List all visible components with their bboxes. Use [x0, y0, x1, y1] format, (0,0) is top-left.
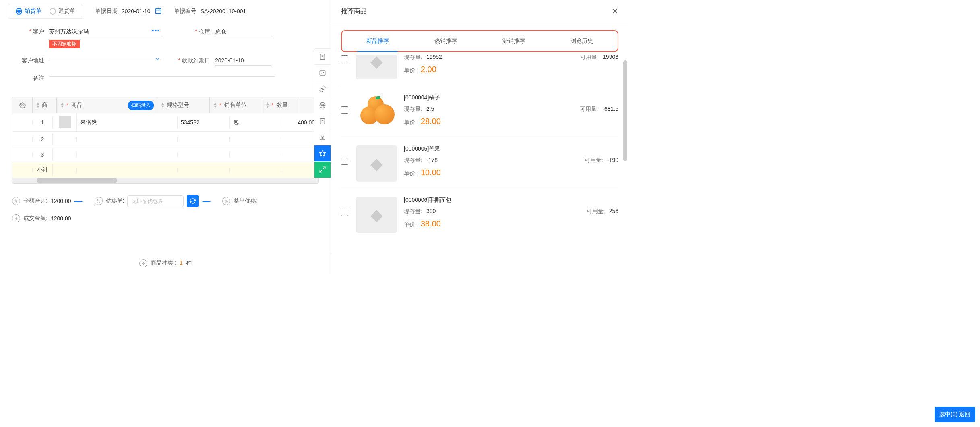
col-unit[interactable]: ▲▼ *销售单位 — [210, 97, 262, 113]
coupon-icon: % — [95, 197, 103, 205]
product-image-placeholder: ◆ — [356, 55, 397, 79]
horizontal-scrollbar[interactable] — [12, 178, 318, 183]
items-table: ▲▼ 商 ▲▼ *商品 扫码录入 ▲▼ 规格型号 ▲▼ *销售单位 ▲▼ — [12, 97, 319, 184]
sort-icon: ▲▼ — [36, 102, 40, 108]
coupon-input[interactable] — [127, 195, 184, 207]
product-checkbox[interactable] — [341, 158, 348, 165]
sort-icon: ▲▼ — [60, 102, 64, 108]
tab-return-order[interactable]: 退货单 — [50, 8, 75, 15]
svg-point-9 — [320, 102, 325, 108]
yen-icon: ¥ — [12, 197, 20, 205]
more-icon[interactable]: ••• — [152, 27, 160, 34]
table-header: ▲▼ 商 ▲▼ *商品 扫码录入 ▲▼ 规格型号 ▲▼ *销售单位 ▲▼ — [12, 97, 318, 113]
warehouse-field: *仓库 总仓 — [178, 27, 271, 48]
product-checkbox[interactable] — [341, 106, 348, 114]
product-checkbox-wrap — [341, 197, 349, 217]
date-value[interactable]: 2020-01-10 — [122, 8, 151, 15]
summary-row: ¥ 金额合计: 1200.00 — % 优惠券: — ⦸ 整单优惠: — [0, 188, 331, 214]
product-checkbox-wrap — [341, 55, 349, 64]
product-name: [0000006]手撕面包 — [404, 197, 618, 204]
tool-chart-icon[interactable] — [314, 65, 331, 81]
customer-input[interactable]: 苏州万达沃尔玛 ••• — [49, 27, 162, 37]
product-card: ◆ 250ml 现存量:19952 可用量:19903 单价:2.00 — [341, 55, 618, 87]
product-checkbox-wrap — [341, 145, 349, 166]
col-qty[interactable]: ▲▼ *数量 — [262, 97, 298, 113]
panel-title: 推荐商品 — [341, 7, 367, 16]
refresh-button[interactable] — [187, 195, 199, 207]
col-image[interactable]: ▲▼ 商 — [33, 97, 57, 113]
table-row[interactable]: 2 — [12, 132, 318, 147]
date-label: 单据日期 — [95, 8, 118, 15]
remark-input[interactable] — [49, 73, 275, 77]
product-card: ◆ [0000006]手撕面包 现存量:300 可用量:256 单价:38.00 — [341, 189, 618, 240]
radio-unchecked-icon — [50, 8, 56, 15]
tab-return-label: 退货单 — [58, 8, 75, 15]
product-image-placeholder: ◆ — [356, 145, 397, 182]
deal-icon: ✦ — [12, 214, 20, 222]
product-image-placeholder: ◆ — [356, 197, 397, 233]
right-panel-header: 推荐商品 ✕ — [331, 0, 628, 23]
minus-icon: — — [202, 197, 210, 206]
remark-field: 备注 — [12, 73, 275, 82]
tool-expand-icon[interactable] — [314, 162, 331, 178]
product-type-icon: ❖ — [139, 259, 147, 267]
tool-currency-icon[interactable] — [314, 129, 331, 145]
tab-browse-history[interactable]: 浏览历史 — [548, 33, 616, 50]
doc-date-field: 单据日期 2020-01-10 — [95, 7, 162, 16]
table-row[interactable]: 3 — [12, 147, 318, 162]
total-amount: ¥ 金额合计: 1200.00 — — [12, 197, 83, 206]
scan-button[interactable]: 扫码录入 — [128, 101, 154, 110]
product-name: [0000004]橘子 — [404, 94, 618, 102]
tool-doc-icon[interactable] — [314, 49, 331, 65]
tab-sales-order[interactable]: 销货单 — [16, 8, 41, 15]
customer-field: *客户 苏州万达沃尔玛 ••• 不固定账期 — [12, 27, 162, 48]
close-button[interactable]: ✕ — [612, 6, 618, 16]
product-checkbox[interactable] — [341, 55, 348, 62]
table-row[interactable]: 1 果倍爽 534532 包 400.00 — [12, 113, 318, 132]
bottom-bar: ❖ 商品种类 : 1 种 — [0, 253, 331, 274]
tool-receipt-icon[interactable] — [314, 113, 331, 129]
col-product[interactable]: ▲▼ *商品 扫码录入 — [57, 97, 157, 113]
tab-slow-products[interactable]: 滞销推荐 — [480, 33, 548, 50]
svg-line-16 — [323, 167, 325, 169]
radio-checked-icon — [16, 8, 22, 15]
col-settings[interactable] — [12, 97, 33, 113]
product-checkbox[interactable] — [341, 209, 348, 216]
tab-sales-label: 销货单 — [25, 8, 41, 15]
svg-line-17 — [320, 170, 322, 172]
tool-swap-icon[interactable] — [314, 97, 331, 113]
svg-marker-15 — [320, 150, 326, 156]
discount-icon: ⦸ — [222, 197, 230, 205]
recommendation-tabs: 新品推荐 热销推荐 滞销推荐 浏览历史 — [341, 30, 618, 52]
address-input[interactable] — [49, 56, 162, 59]
chevron-down-icon[interactable] — [155, 56, 160, 63]
due-date-field: *收款到期日 2020-01-10 — [178, 56, 271, 66]
deal-amount: ✦ 成交金额: 1200.00 — [12, 214, 71, 222]
product-list[interactable]: ◆ 250ml 现存量:19952 可用量:19903 单价:2.00 — [331, 55, 628, 274]
doc-no-value: SA-20200110-001 — [201, 8, 246, 15]
sort-icon: ▲▼ — [265, 102, 270, 108]
scrollbar-thumb[interactable] — [37, 178, 117, 183]
tool-link-icon[interactable] — [314, 81, 331, 97]
tab-hot-products[interactable]: 热销推荐 — [411, 33, 480, 50]
account-period-badge: 不固定账期 — [49, 40, 80, 48]
col-spec[interactable]: ▲▼ 规格型号 — [157, 97, 210, 113]
svg-rect-0 — [155, 8, 161, 13]
tab-new-products[interactable]: 新品推荐 — [343, 33, 411, 50]
calendar-icon[interactable] — [155, 7, 162, 16]
due-date-input[interactable]: 2020-01-10 — [215, 56, 271, 66]
minus-icon: — — [74, 197, 83, 206]
order-form: *客户 苏州万达沃尔玛 ••• 不固定账期 *仓库 总仓 — [0, 23, 331, 93]
doc-no-label: 单据编号 — [174, 8, 196, 15]
sales-order-panel: 销货单 退货单 单据日期 2020-01-10 单据编号 SA-20200110… — [0, 0, 331, 274]
recommended-products-panel: 推荐商品 ✕ 新品推荐 热销推荐 滞销推荐 浏览历史 ◆ 250ml 现存量:1… — [331, 0, 628, 274]
product-card: ◆ [0000005]芒果 现存量:-178 可用量:-190 单价:10.00 — [341, 138, 618, 189]
sort-icon: ▲▼ — [213, 102, 217, 108]
warehouse-input[interactable]: 总仓 — [215, 27, 271, 37]
doc-type-tabs: 销货单 退货单 — [8, 4, 83, 19]
vertical-scrollbar-thumb[interactable] — [623, 60, 627, 161]
tool-star-icon[interactable] — [314, 145, 331, 162]
product-thumb — [59, 116, 71, 128]
svg-point-18 — [22, 104, 23, 106]
address-field: 客户地址 — [12, 56, 162, 66]
